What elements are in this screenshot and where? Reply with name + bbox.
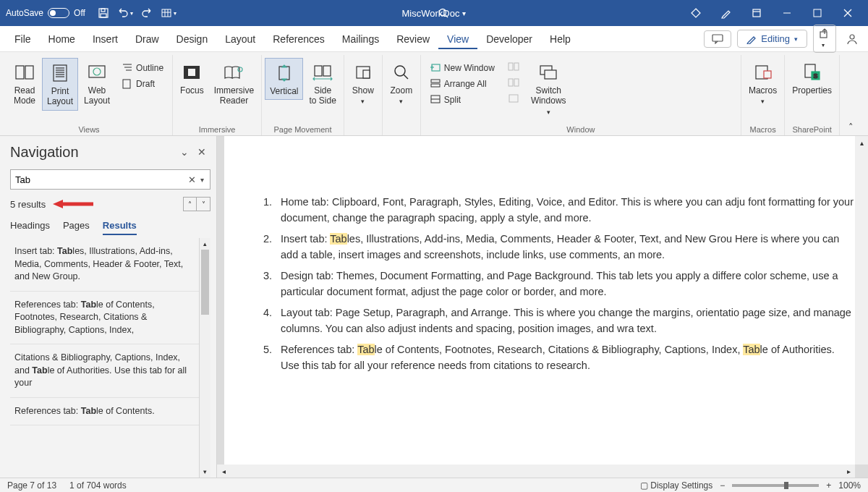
redo-icon[interactable] [137,4,156,22]
svg-rect-15 [712,35,723,41]
new-window-button[interactable]: New Window [427,61,498,75]
zoom-out-icon[interactable]: − [720,480,725,491]
ribbon-group-window: New Window Arrange All Split SwitchWindo… [421,55,741,135]
undo-icon[interactable]: ▾ [116,4,135,22]
svg-text:S: S [813,72,817,80]
immersive-reader-button[interactable]: ImmersiveReader [210,58,258,109]
search-icon[interactable] [434,4,453,22]
ribbon-group-show: Show▾ [344,55,383,135]
menu-view[interactable]: View [438,29,477,49]
menu-home[interactable]: Home [40,29,84,49]
table-icon[interactable]: ▾ [159,4,178,22]
menu-insert[interactable]: Insert [84,29,127,49]
search-box[interactable]: ✕ ▾ [10,169,210,190]
document-page[interactable]: 1.Home tab: Clipboard, Font, Paragraph, … [224,136,855,478]
switch-windows-button[interactable]: SwitchWindows▾ [527,58,571,119]
zoom-level[interactable]: 100% [838,480,861,491]
doc-list-item[interactable]: 3.Design tab: Themes, Document Formattin… [259,268,855,300]
prev-result-icon[interactable]: ˄ [184,198,197,211]
maximize-icon[interactable] [803,0,832,26]
nav-dropdown-icon[interactable]: ⌄ [176,143,193,161]
nav-tab-headings[interactable]: Headings [10,217,50,235]
scroll-right-icon[interactable]: ▸ [842,465,855,478]
ribbon-group-views: ReadMode PrintLayout WebLayout Outline D… [6,55,173,135]
person-icon[interactable] [842,30,862,48]
svg-rect-39 [363,70,370,78]
scroll-up-icon[interactable]: ▴ [855,136,868,149]
print-layout-button[interactable]: PrintLayout [42,58,78,111]
svg-rect-33 [188,69,195,76]
results-count: 5 results [10,199,46,210]
doc-list-item[interactable]: 1.Home tab: Clipboard, Font, Paragraph, … [259,194,855,226]
nav-result-item[interactable]: References tab: Table of Contents, Footn… [10,292,199,345]
nav-tab-pages[interactable]: Pages [63,217,90,235]
svg-rect-49 [509,63,513,70]
minimize-icon[interactable] [773,0,801,26]
svg-rect-37 [323,66,331,76]
zoom-button[interactable]: Zoom▾ [386,58,417,109]
diamond-icon[interactable] [681,0,710,26]
nav-result-item[interactable]: Insert tab: Tables, Illustrations, Add-i… [10,238,199,292]
next-result-icon[interactable]: ˅ [197,198,210,211]
svg-rect-19 [25,66,33,79]
autosave-control[interactable]: AutoSave Off [6,8,85,18]
collapse-ribbon-icon[interactable]: ˄ [840,119,862,135]
menu-review[interactable]: Review [388,29,438,49]
scroll-left-icon[interactable]: ◂ [217,465,230,478]
nav-scrollbar[interactable]: ▴ ▾ [199,238,210,478]
zoom-slider[interactable] [732,484,819,487]
nav-result-item[interactable]: Citations & Bibliography, Captions, Inde… [10,344,199,398]
scroll-down-icon[interactable]: ▾ [200,466,210,478]
menu-file[interactable]: File [6,29,40,49]
page-indicator[interactable]: Page 7 of 13 [7,480,56,491]
menu-draw[interactable]: Draw [127,29,168,49]
horizontal-scrollbar[interactable]: ◂ ▸ [217,465,855,478]
split-button[interactable]: Split [427,93,498,107]
editing-mode-button[interactable]: Editing ▾ [737,30,807,48]
svg-rect-52 [514,79,519,86]
result-nav-buttons[interactable]: ˄˅ [183,197,210,211]
side-to-side-button[interactable]: Sideto Side [305,58,340,109]
vertical-button[interactable]: Vertical [265,58,303,100]
pen-icon[interactable] [712,0,741,26]
doc-list-item[interactable]: 4.Layout tab: Page Setup, Paragraph, and… [259,305,855,337]
zoom-in-icon[interactable]: + [826,480,831,491]
menu-developer[interactable]: Developer [477,29,541,49]
ribbon-group-sharepoint: SProperties SharePoint [785,55,840,135]
word-count[interactable]: 1 of 704 words [69,480,127,491]
nav-tab-results[interactable]: Results [103,217,137,235]
properties-button[interactable]: SProperties [788,58,836,98]
doc-list-item[interactable]: 2.Insert tab: Tables, Illustrations, Add… [259,231,855,263]
svg-rect-46 [431,84,440,87]
window-icon[interactable] [742,0,771,26]
menu-design[interactable]: Design [168,29,217,49]
macros-button[interactable]: Macros▾ [744,58,781,109]
read-mode-button[interactable]: ReadMode [9,58,41,109]
save-icon[interactable] [94,4,113,22]
display-settings-button[interactable]: ▢ Display Settings [640,480,712,491]
comments-button[interactable] [704,30,731,48]
nav-result-item[interactable]: References tab: Table of Contents. [10,398,199,426]
vertical-scrollbar[interactable]: ▴ [855,136,868,465]
focus-button[interactable]: Focus [176,58,208,98]
outline-button[interactable]: Outline [119,61,166,75]
close-icon[interactable] [833,0,862,26]
search-input[interactable] [15,174,185,185]
menu-help[interactable]: Help [541,29,579,49]
search-dropdown-icon[interactable]: ▾ [199,176,205,184]
share-button[interactable]: ▾ [813,25,836,53]
show-button[interactable]: Show▾ [347,58,379,109]
scroll-thumb[interactable] [201,250,209,315]
arrange-all-button[interactable]: Arrange All [427,77,498,91]
menu-layout[interactable]: Layout [216,29,264,49]
menu-references[interactable]: References [264,29,333,49]
doc-list-item[interactable]: 5.References tab: Table of Contents, Foo… [259,342,855,374]
clear-search-icon[interactable]: ✕ [185,174,199,185]
scroll-up-icon[interactable]: ▴ [200,238,210,250]
web-layout-button[interactable]: WebLayout [80,58,114,109]
menu-mailings[interactable]: Mailings [333,29,388,49]
autosave-toggle[interactable] [48,8,69,18]
draft-button[interactable]: Draft [119,77,166,91]
nav-close-icon[interactable]: ✕ [193,143,210,161]
title-bar: AutoSave Off ▾ ▾ MiscWorkDoc ▾ [0,0,868,26]
